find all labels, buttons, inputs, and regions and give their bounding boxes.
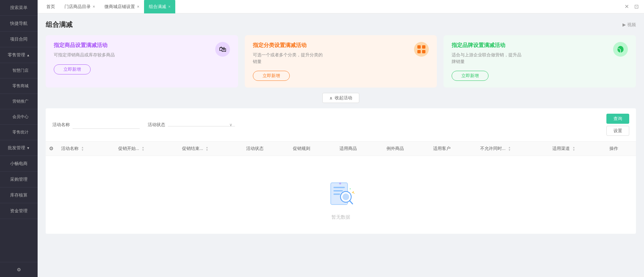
svg-point-12 bbox=[339, 182, 341, 184]
table-col-no-concurrent: 不允许同时... ▲▼ bbox=[477, 142, 549, 156]
gear-icon: ⚙ bbox=[17, 267, 21, 272]
promo-card-desc: 可选一个或者多个分类，提升分类的销量 bbox=[253, 52, 327, 65]
activity-status-select-wrap: ∨ bbox=[168, 123, 235, 126]
svg-rect-8 bbox=[333, 193, 340, 195]
collapse-label: 收起活动 bbox=[335, 95, 352, 101]
table-header-row: ⚙ 活动名称 ▲▼ 促销开始... ▲▼ 促销结束... ▲▼ bbox=[46, 142, 636, 156]
sidebar-item-project-contract[interactable]: 项目合同 bbox=[0, 32, 38, 47]
tab-home[interactable]: 首页 bbox=[42, 0, 60, 13]
sidebar-settings[interactable]: ⚙ bbox=[0, 262, 38, 277]
sort-icon[interactable]: ▲▼ bbox=[572, 146, 575, 152]
svg-rect-1 bbox=[422, 45, 425, 49]
col-label: 不允许同时... bbox=[480, 146, 506, 151]
filter-activity-status: 活动状态 ∨ bbox=[148, 122, 235, 128]
sidebar-item-retail-stats[interactable]: 零售统计 bbox=[0, 125, 38, 140]
sort-icon[interactable]: ▲▼ bbox=[142, 146, 144, 152]
table-body: 暂无数据 bbox=[46, 156, 636, 234]
svg-point-10 bbox=[342, 193, 349, 200]
table-wrap: ⚙ 活动名称 ▲▼ 促销开始... ▲▼ 促销结束... ▲▼ bbox=[46, 142, 636, 234]
table-col-activity-name: 活动名称 ▲▼ bbox=[58, 142, 115, 156]
sidebar-search[interactable]: 搜索菜单 bbox=[0, 0, 38, 16]
shopping-bag-icon: 🛍 bbox=[215, 42, 230, 57]
tab-combo-discount[interactable]: 组合满减 × bbox=[144, 0, 175, 13]
sidebar-item-label: 库存核算 bbox=[10, 192, 28, 198]
activity-name-input[interactable] bbox=[73, 121, 140, 129]
promo-card-title: 指定分类设置满减活动 bbox=[253, 42, 429, 49]
sidebar-item-label: 智慧门店 bbox=[12, 68, 29, 73]
table-col-promo-start: 促销开始... ▲▼ bbox=[115, 142, 179, 156]
sidebar-item-label: 营销推广 bbox=[12, 99, 29, 104]
sidebar-item-label: 快捷导航 bbox=[10, 20, 28, 26]
sort-icon[interactable]: ▲▼ bbox=[81, 146, 84, 152]
collapse-activities-button[interactable]: ∧ 收起活动 bbox=[322, 93, 359, 103]
filter-row: 活动名称 活动状态 ∨ 查询 设置 bbox=[46, 108, 636, 142]
tab-label: 组合满减 bbox=[149, 0, 166, 13]
col-label: 活动名称 bbox=[61, 146, 79, 151]
svg-line-11 bbox=[350, 201, 353, 204]
close-window-button[interactable]: ✕ bbox=[623, 3, 630, 10]
gear-icon[interactable]: ⚙ bbox=[49, 146, 53, 151]
close-icon[interactable]: × bbox=[93, 0, 95, 13]
activity-status-label: 活动状态 bbox=[148, 122, 165, 128]
close-icon[interactable]: × bbox=[168, 0, 171, 13]
sidebar-item-quick-nav[interactable]: 快捷导航 bbox=[0, 16, 38, 32]
svg-rect-0 bbox=[417, 45, 421, 49]
promo-card-desc: 可指定滞销商品或库存较多商品 bbox=[54, 52, 128, 58]
promo-card-title: 指定品牌设置满减活动 bbox=[452, 42, 628, 49]
sidebar-item-marketing[interactable]: 营销推广 bbox=[0, 94, 38, 109]
sidebar-item-wholesale-mgmt[interactable]: 批发管理 ▼ bbox=[0, 140, 38, 156]
close-icon[interactable]: × bbox=[137, 0, 139, 13]
sidebar-item-retail-mall[interactable]: 零售商城 bbox=[0, 78, 38, 94]
tab-wechat-shop-settings[interactable]: 微商城店铺设置 × bbox=[100, 0, 144, 13]
empty-text: 暂无数据 bbox=[331, 214, 350, 220]
sidebar-item-label: 会员中心 bbox=[12, 114, 29, 120]
add-brand-promo-button[interactable]: 立即新增 bbox=[452, 71, 489, 81]
col-label: 促销开始... bbox=[118, 146, 139, 151]
sidebar-item-label: 资金管理 bbox=[10, 208, 28, 214]
table-col-gear: ⚙ bbox=[46, 142, 58, 156]
sidebar-item-label: 采购管理 bbox=[10, 176, 28, 182]
query-button[interactable]: 查询 bbox=[606, 114, 629, 124]
sidebar-item-retail-mgmt[interactable]: 零售管理 ▲ bbox=[0, 47, 38, 63]
sidebar-item-xiaochang-ecommerce[interactable]: 小畅电商 bbox=[0, 156, 38, 172]
empty-illustration bbox=[324, 176, 358, 210]
settings-button[interactable]: 设置 bbox=[606, 126, 629, 136]
tab-label: 首页 bbox=[46, 0, 55, 13]
svg-point-13 bbox=[350, 188, 351, 189]
window-controls: ✕ ⊡ bbox=[623, 3, 640, 10]
promo-cards-row: 指定商品设置满减活动 可指定滞销商品或库存较多商品 🛍 立即新增 指定分类设置满… bbox=[46, 35, 636, 88]
promo-card-category: 指定分类设置满减活动 可选一个或者多个分类，提升分类的销量 立即新增 bbox=[245, 35, 437, 88]
sidebar-item-smart-store[interactable]: 智慧门店 bbox=[0, 63, 38, 78]
promo-card-title: 指定商品设置满减活动 bbox=[54, 42, 230, 49]
table-col-activity-status: 活动状态 bbox=[243, 142, 289, 156]
add-category-promo-button[interactable]: 立即新增 bbox=[253, 71, 290, 81]
table-col-applicable-channel: 适用渠道 ▲▼ bbox=[549, 142, 606, 156]
svg-rect-7 bbox=[333, 190, 343, 191]
sidebar-item-purchase-mgmt[interactable]: 采购管理 bbox=[0, 172, 38, 187]
sidebar-item-member-center[interactable]: 会员中心 bbox=[0, 109, 38, 125]
svg-rect-6 bbox=[333, 187, 345, 188]
activity-status-select[interactable] bbox=[168, 123, 235, 126]
video-link[interactable]: ▶ 视频 bbox=[623, 22, 636, 28]
sidebar-item-label: 零售管理 bbox=[8, 52, 25, 58]
sidebar: 搜索菜单 快捷导航 项目合同 零售管理 ▲ 智慧门店 零售商城 营销推广 会员中… bbox=[0, 0, 38, 277]
content-area: 组合满减 ▶ 视频 指定商品设置满减活动 可指定滞销商品或库存较多商品 🛍 立即… bbox=[38, 13, 644, 277]
sort-icon[interactable]: ▲▼ bbox=[508, 146, 511, 152]
svg-rect-2 bbox=[417, 50, 421, 53]
tab-store-catalog[interactable]: 门店商品目录 × bbox=[60, 0, 100, 13]
table-col-promo-rule: 促销规则 bbox=[289, 142, 336, 156]
table-col-applicable-customers: 适用客户 bbox=[430, 142, 476, 156]
sidebar-item-inventory[interactable]: 库存核算 bbox=[0, 187, 38, 203]
page-title: 组合满减 bbox=[46, 20, 73, 29]
table-col-promo-end: 促销结束... ▲▼ bbox=[179, 142, 243, 156]
data-table: ⚙ 活动名称 ▲▼ 促销开始... ▲▼ 促销结束... ▲▼ bbox=[46, 142, 636, 234]
sort-icon[interactable]: ▲▼ bbox=[206, 146, 209, 152]
tab-label: 门店商品目录 bbox=[64, 0, 91, 13]
category-icon bbox=[414, 42, 429, 57]
sidebar-item-finance[interactable]: 资金管理 bbox=[0, 203, 38, 219]
add-goods-promo-button[interactable]: 立即新增 bbox=[54, 64, 91, 74]
activity-name-label: 活动名称 bbox=[52, 122, 70, 128]
chevron-down-icon: ▼ bbox=[27, 146, 30, 150]
promo-card-brand: 指定品牌设置满减活动 适合与上游企业联合做营销，提升品牌销量 立即新增 bbox=[444, 35, 636, 88]
maximize-window-button[interactable]: ⊡ bbox=[633, 3, 640, 10]
